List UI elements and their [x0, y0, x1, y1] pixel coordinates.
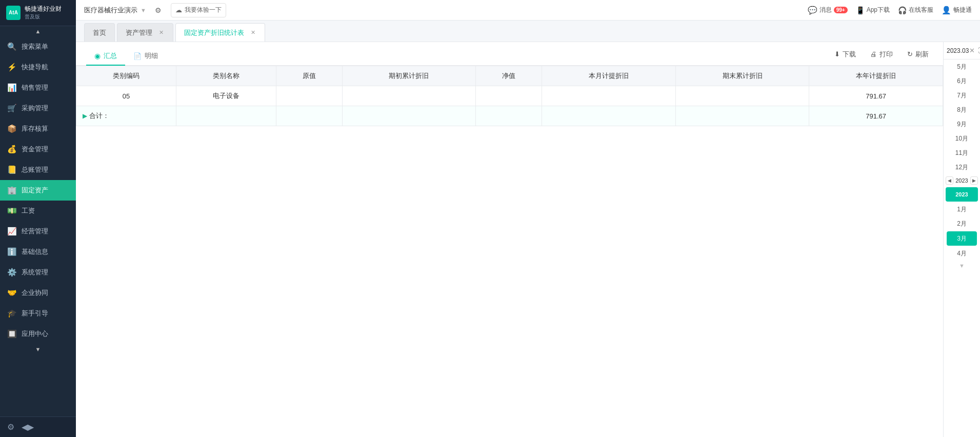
date-scroll[interactable]: 5月6月7月8月9月10月11月12月 ◀ 2023 ▶ 20231月2月3月4…: [944, 59, 980, 437]
sidebar-label-payroll: 工资: [22, 206, 35, 215]
sidebar-scroll-up[interactable]: ▲: [0, 26, 76, 36]
subtab-summary[interactable]: ◉ 汇总: [86, 47, 125, 66]
summary-cell: [342, 106, 476, 126]
month-item[interactable]: 12月: [944, 160, 980, 174]
sidebar-label-finance: 资金管理: [22, 145, 48, 154]
sidebar-icon-app-center: 🔲: [7, 329, 16, 339]
table-cell: 电子设备: [176, 86, 276, 106]
tab-asset-mgmt[interactable]: 资产管理✕: [117, 23, 173, 42]
app-download-icon: 📱: [856, 6, 865, 14]
tab-home[interactable]: 首页: [84, 23, 115, 42]
sidebar-item-sales[interactable]: 📊销售管理: [0, 77, 76, 98]
notification-btn[interactable]: 💬 消息 99+: [808, 6, 848, 15]
month-item[interactable]: 4月: [944, 246, 980, 261]
tab-bar: 首页资产管理✕固定资产折旧统计表✕: [76, 21, 980, 42]
table-cell: [342, 86, 476, 106]
sidebar-item-basic-info[interactable]: ℹ️基础信息: [0, 242, 76, 262]
sidebar-item-quick-nav[interactable]: ⚡快捷导航: [0, 57, 76, 77]
year-badge[interactable]: 2023: [946, 187, 978, 202]
date-scroll-down[interactable]: ▼: [944, 261, 980, 271]
tab-close-asset-mgmt[interactable]: ✕: [157, 29, 165, 36]
month-item[interactable]: 5月: [944, 59, 980, 74]
sidebar-item-ledger[interactable]: 📒总账管理: [0, 160, 76, 180]
app-logo-icon: AtA: [6, 6, 21, 20]
panel-expand-icon[interactable]: ⛶: [977, 46, 980, 55]
month-item[interactable]: 9月: [944, 117, 980, 131]
sidebar-item-search[interactable]: 🔍搜索菜单: [0, 36, 76, 57]
year-next-btn[interactable]: ▶: [970, 176, 978, 185]
sidebar-item-payroll[interactable]: 💵工资: [0, 201, 76, 221]
sidebar-label-quick-nav: 快捷导航: [22, 63, 48, 72]
sidebar-item-ops[interactable]: 📈经营管理: [0, 221, 76, 242]
download-icon: ⬇: [834, 50, 840, 58]
table-cell: [675, 86, 809, 106]
right-panel-header: 2023.03 ✕ ⛶: [944, 42, 980, 59]
sidebar-item-fixed-assets[interactable]: 🏢固定资产: [0, 180, 76, 201]
month-item[interactable]: 11月: [944, 146, 980, 160]
month-item[interactable]: 6月: [944, 74, 980, 88]
month-item[interactable]: 8月: [944, 103, 980, 117]
content-area: ◉ 汇总 📄 明细 ⬇ 下载 🖨 打印: [76, 42, 980, 437]
subtab-bar: ◉ 汇总 📄 明细 ⬇ 下载 🖨 打印: [76, 42, 943, 66]
month-item[interactable]: 3月: [947, 231, 977, 246]
month-item[interactable]: 1月: [944, 202, 980, 216]
tab-label-asset-mgmt: 资产管理: [126, 28, 152, 37]
summary-cell: 791.67: [809, 106, 943, 126]
sidebar-item-enterprise[interactable]: 🤝企业协同: [0, 283, 76, 303]
sidebar-icon-fixed-assets: 🏢: [7, 186, 16, 195]
topbar-right: 💬 消息 99+ 📱 App下载 🎧 在线客服 👤 畅捷通: [808, 6, 972, 15]
sidebar-footer: ⚙ ◀▶: [0, 416, 76, 437]
main-area: 医疗器械行业演示 ▼ ⚙ ☁ 我要体验一下 💬 消息 99+ 📱 App下载 🎧…: [76, 0, 980, 437]
tab-depreciation-table[interactable]: 固定资产折旧统计表✕: [175, 23, 265, 42]
tab-close-depreciation-table[interactable]: ✕: [249, 29, 256, 36]
try-experience-btn[interactable]: ☁ 我要体验一下: [171, 3, 226, 17]
refresh-btn[interactable]: ↻ 刷新: [903, 48, 933, 61]
notification-icon: 💬: [808, 6, 817, 15]
collapse-icon[interactable]: ◀▶: [22, 422, 34, 432]
summary-cell: [542, 106, 676, 126]
settings-icon[interactable]: ⚙: [7, 422, 14, 432]
sidebar-label-search: 搜索菜单: [22, 42, 48, 51]
sidebar-icon-purchase: 🛒: [7, 104, 16, 113]
sidebar-scroll-down[interactable]: ▼: [0, 344, 76, 354]
panel-close-icon[interactable]: ✕: [969, 46, 975, 55]
sidebar-icon-guide: 🎓: [7, 309, 16, 318]
year-prev-btn[interactable]: ◀: [946, 176, 953, 185]
app-download-btn[interactable]: 📱 App下载: [856, 6, 890, 14]
month-item[interactable]: 10月: [944, 131, 980, 146]
sidebar-item-purchase[interactable]: 🛒采购管理: [0, 98, 76, 118]
content-main: ◉ 汇总 📄 明细 ⬇ 下载 🖨 打印: [76, 42, 943, 437]
table-cell: [542, 86, 676, 106]
sidebar-icon-inventory: 📦: [7, 124, 16, 133]
sidebar-icon-sys-mgmt: ⚙️: [7, 268, 16, 277]
table-row: 05电子设备791.67: [76, 86, 943, 106]
topbar-settings-btn[interactable]: ⚙: [151, 3, 166, 17]
sidebar-item-inventory[interactable]: 📦库存核算: [0, 118, 76, 139]
col-header: 期初累计折旧: [342, 66, 476, 86]
subtab-actions: ⬇ 下载 🖨 打印 ↻ 刷新: [830, 48, 933, 65]
app-logo-text: 畅捷通好业财 普及版: [25, 5, 62, 21]
summary-cell: [675, 106, 809, 126]
summary-expand-icon[interactable]: ▶: [83, 112, 87, 120]
user-menu-btn[interactable]: 👤 畅捷通: [942, 6, 972, 15]
sidebar-item-sys-mgmt[interactable]: ⚙️系统管理: [0, 262, 76, 283]
summary-cell: ▶ 合计：: [76, 106, 176, 126]
sidebar-label-basic-info: 基础信息: [22, 247, 48, 256]
try-icon: ☁: [175, 6, 182, 14]
sidebar-item-app-center[interactable]: 🔲应用中心: [0, 324, 76, 344]
company-selector[interactable]: 医疗器械行业演示 ▼: [84, 6, 146, 15]
print-btn[interactable]: 🖨 打印: [866, 48, 897, 61]
table-cell: 05: [76, 86, 176, 106]
customer-service-btn[interactable]: 🎧 在线客服: [898, 6, 933, 14]
sidebar-item-finance[interactable]: 💰资金管理: [0, 139, 76, 160]
sidebar-icon-enterprise: 🤝: [7, 288, 16, 297]
col-header: 本月计提折旧: [542, 66, 676, 86]
company-dropdown-icon[interactable]: ▼: [141, 7, 146, 13]
month-item[interactable]: 7月: [944, 88, 980, 103]
download-btn[interactable]: ⬇ 下载: [830, 48, 860, 61]
sidebar-item-guide[interactable]: 🎓新手引导: [0, 303, 76, 324]
month-item[interactable]: 2月: [944, 216, 980, 231]
chevron-down-icon: ▼: [959, 263, 965, 269]
subtab-detail[interactable]: 📄 明细: [125, 47, 166, 66]
sidebar-header: AtA 畅捷通好业财 普及版: [0, 0, 76, 26]
